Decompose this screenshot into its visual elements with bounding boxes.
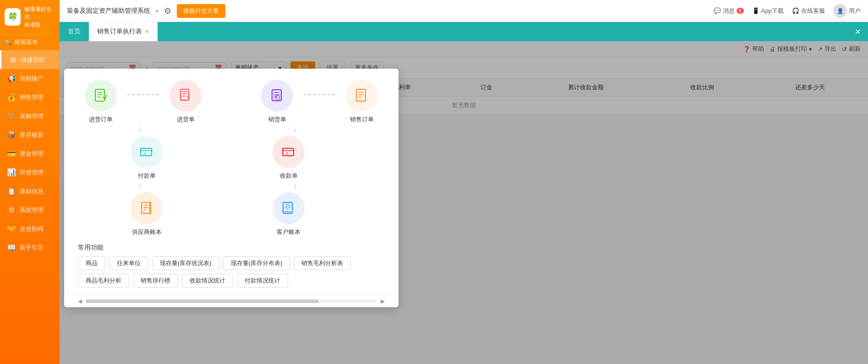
flow-row-3: ￥ 付款单 [78,136,385,180]
scroll-bar-area: ◀ ▶ [64,295,399,307]
supplier-ledger-node[interactable]: 供应商账本 [124,192,169,236]
service-icon: 🎧 [792,7,799,14]
tab-close-icon[interactable]: ✕ [145,28,149,35]
modal-overlay[interactable]: 进货订单 [60,41,868,364]
customer-ledger-node[interactable]: 客户账本 [266,192,311,236]
common-btn-sales-rank[interactable]: 销售排行榜 [133,274,178,288]
dropdown-arrow-icon[interactable]: ▾ [156,8,158,14]
app-icon: 📱 [752,7,759,14]
search-icon: 🔍 [5,39,12,46]
nav-icon: 📖 [7,243,16,252]
scroll-track[interactable] [86,299,377,303]
svg-rect-4 [180,89,189,100]
scroll-left-icon[interactable]: ◀ [78,298,82,304]
purchase-order-node[interactable]: 进货订单 [78,80,124,124]
common-btn-stock-dist[interactable]: 现存量(库存分布表) [223,256,290,270]
message-badge: 6 [737,8,744,14]
flow-row-2: ↓ ↓ [78,124,385,134]
arrow-down-left2: ↓ [124,180,156,190]
receipt-node[interactable]: ￥ 收款单 [266,136,311,180]
payment-col: ￥ 付款单 [124,136,169,180]
message-btn[interactable]: 💬 消息 6 [714,7,744,15]
tab-home[interactable]: 首页 [60,22,89,41]
sales-invoice-icon [261,80,293,112]
sidebar-item-inventory[interactable]: 📦 库存核算 [0,125,60,144]
sidebar-nav: ⊞ 快捷导航 📢 营销推广 💰 销售管理 🛒 采购管理 📦 库存核算 💳 资金管… [0,50,60,364]
sidebar-item-operation[interactable]: 📊 经营管理 [0,163,60,182]
sidebar-item-marketing[interactable]: 📢 营销推广 [0,69,60,88]
main-area: 装备及固定资产辅助管理系统 ▾ ⚙ 体验行业方案 💬 消息 6 📱 App下载 … [60,0,868,364]
scroll-thumb [86,299,319,303]
svg-point-25 [286,205,289,208]
purchase-receipt-icon [169,80,202,112]
settings-icon[interactable]: ⚙ [164,6,171,16]
app-download-btn[interactable]: 📱 App下载 [752,7,784,15]
svg-text:￥: ￥ [143,152,147,156]
purchase-receipt-col: 进货单 [163,80,208,124]
arrow-left-1 [304,94,335,109]
common-buttons: 商品 往来单位 现存量(库存状况表) 现存量(库存分布表) 销售毛利分析表 商品… [78,256,385,288]
user-menu[interactable]: 👤 用户 [833,4,861,18]
sales-order-node[interactable]: 销售订单 [339,80,385,124]
common-btn-sales-profit[interactable]: 销售毛利分析表 [294,256,351,270]
common-section: 常用功能 商品 往来单位 现存量(库存状况表) 现存量(库存分布表) 销售毛利分… [64,244,399,295]
common-btn-receipt-stats[interactable]: 收款情况统计 [182,274,233,288]
flow-row-1: 进货订单 [78,80,385,124]
content-area: ❓ 帮助 🖨 按模板打印 ▾ ↗ 导出 ↺ 刷新 yyyy-mm-dd 📅 [60,41,868,364]
customer-ledger-icon [273,192,305,224]
sidebar-item-basic[interactable]: 📋 基础信息 [0,182,60,201]
arrow-down-right2: ↓ [279,180,311,190]
svg-rect-20 [142,202,150,213]
arrow-down-right: ↓ [279,124,311,134]
svg-rect-9 [276,96,279,99]
scroll-right-icon[interactable]: ▶ [381,298,385,304]
common-btn-payment-stats[interactable]: 付款情况统计 [237,274,288,288]
nav-icon: ⊞ [8,55,17,64]
sidebar-search[interactable]: 🔍 搜索菜单 [0,34,60,50]
sidebar-item-finance[interactable]: 💳 资金管理 [0,144,60,163]
svg-rect-10 [356,89,366,101]
topbar: 装备及固定资产辅助管理系统 ▾ ⚙ 体验行业方案 💬 消息 6 📱 App下载 … [60,0,868,22]
sidebar-item-newbie[interactable]: 📖 新手引导 [0,238,60,257]
supplier-ledger-icon [131,192,163,224]
sidebar-item-system[interactable]: ⚙ 系统管理 [0,201,60,219]
nav-icon: 📦 [7,130,16,139]
flow-modal: 进货订单 [64,69,399,307]
message-icon: 💬 [714,7,721,14]
sidebar: 🍀 畅康通好生意 标准版 🔍 搜索菜单 ⊞ 快捷导航 📢 营销推广 💰 销售管理… [0,0,60,364]
tabbar: 首页 销售订单执行表 ✕ ✕ [60,22,868,41]
svg-rect-5 [272,90,281,101]
svg-rect-24 [283,202,292,213]
topbar-right: 💬 消息 6 📱 App下载 🎧 在线客服 👤 用户 [714,4,861,18]
nav-icon: 🛒 [7,112,16,120]
online-service-btn[interactable]: 🎧 在线客服 [792,7,825,15]
purchase-receipt-node[interactable]: 进货单 [163,80,208,124]
nav-icon: 💳 [7,149,16,158]
close-tab-right-icon[interactable]: ✕ [855,27,861,36]
payment-icon: ￥ [131,136,163,168]
nav-icon: 📋 [7,187,16,196]
payment-node[interactable]: ￥ 付款单 [124,136,169,180]
arrow-right-1 [127,94,159,109]
sidebar-item-sales[interactable]: 💰 销售管理 [0,88,60,107]
sales-invoice-node[interactable]: 销货单 [254,80,300,124]
purchase-order-icon [85,80,117,112]
sidebar-item-purchase[interactable]: 🛒 采购管理 [0,107,60,125]
svg-rect-0 [95,89,104,101]
nav-icon: 📊 [7,168,16,177]
experience-btn[interactable]: 体验行业方案 [177,4,225,18]
receipt-icon: ￥ [273,136,305,168]
common-btn-product-profit[interactable]: 商品毛利分析 [78,274,129,288]
common-btn-stock-status[interactable]: 现存量(库存状况表) [152,256,219,270]
common-btn-product[interactable]: 商品 [78,256,105,270]
system-title: 装备及固定资产辅助管理系统 [67,7,150,15]
common-btn-partner[interactable]: 往来单位 [109,256,148,270]
tab-sales-order-exec[interactable]: 销售订单执行表 ✕ [89,22,158,41]
nav-icon: 🤝 [7,224,16,233]
sidebar-item-enterprise[interactable]: 🤝 企业协同 [0,219,60,238]
sidebar-item-quick-nav[interactable]: ⊞ 快捷导航 [0,50,60,69]
common-title: 常用功能 [78,244,385,252]
receipt-col: ￥ 收款单 [266,136,311,180]
flow-section: 进货订单 [64,69,399,244]
svg-text:￥: ￥ [285,152,289,156]
